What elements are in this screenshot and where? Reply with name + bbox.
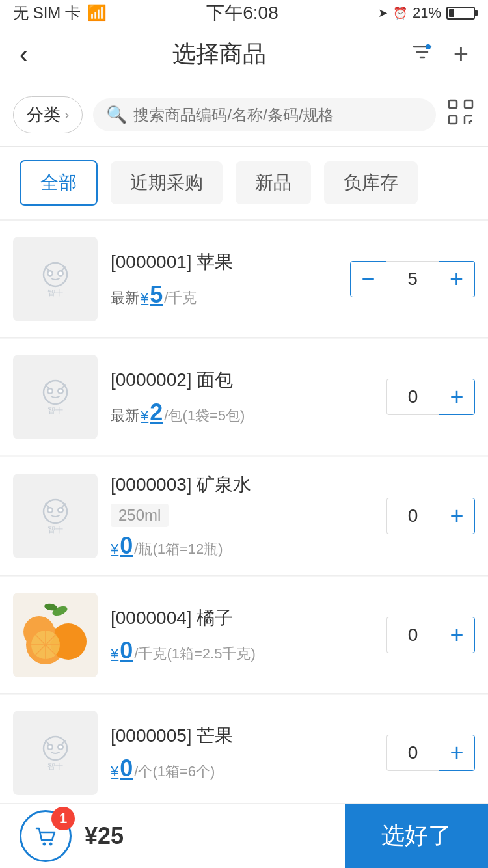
qty-input-0000003[interactable] [386,498,439,534]
back-button[interactable]: ‹ [20,40,28,69]
qty-control-0000004: + [386,617,475,653]
svg-point-21 [59,390,62,393]
svg-point-23 [44,500,67,523]
svg-point-15 [59,272,62,275]
svg-point-11 [44,263,67,286]
owl-placeholder-icon: 智十 [33,493,78,539]
cart-area: 1 ¥25 [0,810,345,862]
product-image-0000004 [13,593,98,677]
product-info-0000003: [0000003] 矿泉水 250ml ¥ 0 /瓶(1箱=12瓶) [111,472,373,560]
qty-control-0000002: + [386,379,475,415]
product-name-0000003: [0000003] 矿泉水 [111,472,373,497]
product-item-0000004: [0000004] 橘子 ¥ 0 /千克(1箱=2.5千克) + [0,577,488,694]
add-icon[interactable]: + [454,40,468,69]
qty-input-0000002[interactable] [386,379,439,415]
page-title: 选择商品 [172,38,266,70]
qty-control-0000005: + [386,735,475,771]
svg-point-20 [49,390,52,393]
product-item-0000005: 智十 [0000005] 芒果 ¥ 0 /个(1箱=6个) + [0,695,488,811]
category-arrow-icon: › [64,107,69,124]
search-box: 🔍 [93,98,436,131]
qty-minus-0000001[interactable]: − [350,261,386,297]
status-time: 下午6:08 [206,1,278,25]
search-input[interactable] [133,106,423,124]
qty-control-0000003: + [386,498,475,534]
svg-text:智十: 智十 [47,525,63,534]
product-spec-0000003: 250ml [111,504,169,527]
tab-new[interactable]: 新品 [236,161,311,204]
cart-total: ¥25 [85,822,124,850]
svg-point-27 [59,509,62,512]
product-item-0000001: 智十 [0000001] 苹果 最新 ¥ 5 /千克 − + [0,221,488,338]
wifi-icon: 📶 [87,4,107,22]
product-info-0000004: [0000004] 橘子 ¥ 0 /千克(1箱=2.5千克) [111,606,373,664]
confirm-button[interactable]: 选好了 [345,804,488,869]
battery-percent: 21% [413,5,441,21]
tab-bar: 全部 近期采购 新品 负库存 [0,147,488,221]
product-name-0000001: [0000001] 苹果 [111,250,337,275]
product-name-0000004: [0000004] 橘子 [111,606,373,631]
product-price-0000002: 最新 ¥ 2 /包(1袋=5包) [111,399,373,426]
product-info-0000001: [0000001] 苹果 最新 ¥ 5 /千克 [111,250,337,308]
product-name-0000005: [0000005] 芒果 [111,724,373,748]
product-info-0000005: [0000005] 芒果 ¥ 0 /个(1箱=6个) [111,724,373,782]
svg-point-26 [49,509,52,512]
location-icon: ➤ [378,6,388,20]
svg-point-44 [59,746,62,749]
product-item-0000002: 智十 [0000002] 面包 最新 ¥ 2 /包(1袋=5包) + [0,339,488,455]
qty-plus-0000002[interactable]: + [439,379,475,415]
owl-placeholder-icon: 智十 [33,730,78,776]
category-label: 分类 [27,103,61,126]
status-bar: 无 SIM 卡 📶 下午6:08 ➤ ⏰ 21% [0,0,488,26]
qty-plus-0000005[interactable]: + [439,735,475,771]
svg-rect-4 [449,100,457,108]
qty-plus-0000003[interactable]: + [439,498,475,534]
qty-input-0000001[interactable] [386,261,439,297]
battery-icon [446,7,475,20]
qty-input-0000004[interactable] [386,617,439,653]
tab-recent[interactable]: 近期采购 [111,161,223,204]
product-image-0000003: 智十 [13,474,98,558]
tab-negative[interactable]: 负库存 [324,161,418,204]
product-name-0000002: [0000002] 面包 [111,368,373,392]
product-price-0000003: ¥ 0 /瓶(1箱=12瓶) [111,532,373,560]
svg-point-3 [426,44,431,49]
qty-plus-0000004[interactable]: + [439,617,475,653]
cart-icon-button[interactable]: 1 [20,810,72,862]
filter-icon[interactable] [411,40,434,68]
qty-plus-0000001[interactable]: + [439,261,475,297]
carrier-label: 无 SIM 卡 [13,3,81,23]
svg-text:智十: 智十 [47,762,63,771]
svg-point-40 [44,737,67,760]
owl-placeholder-icon: 智十 [33,256,78,302]
product-price-0000001: 最新 ¥ 5 /千克 [111,281,337,308]
nav-bar: ‹ 选择商品 + [0,26,488,83]
owl-placeholder-icon: 智十 [33,374,78,420]
filter-search-bar: 分类 › 🔍 [0,83,488,147]
cart-badge: 1 [51,807,75,830]
qty-input-0000005[interactable] [386,735,439,771]
product-image-0000002: 智十 [13,355,98,439]
product-image-0000001: 智十 [13,237,98,321]
status-right: ➤ ⏰ 21% [378,5,475,21]
svg-point-53 [49,842,53,845]
scan-icon[interactable] [446,98,475,132]
svg-point-17 [44,381,67,404]
category-button[interactable]: 分类 › [13,96,83,133]
search-icon: 🔍 [106,105,127,125]
product-price-0000004: ¥ 0 /千克(1箱=2.5千克) [111,637,373,664]
status-left: 无 SIM 卡 📶 [13,3,107,23]
product-image-0000005: 智十 [13,711,98,795]
svg-rect-6 [449,116,457,124]
product-info-0000002: [0000002] 面包 最新 ¥ 2 /包(1袋=5包) [111,368,373,426]
svg-point-14 [49,272,52,275]
bottom-bar: 1 ¥25 选好了 [0,803,488,868]
qty-control-0000001: − + [350,261,475,297]
svg-point-52 [43,842,46,845]
product-list: 智十 [0000001] 苹果 最新 ¥ 5 /千克 − + [0,221,488,868]
svg-text:智十: 智十 [47,288,63,297]
svg-point-43 [49,746,52,749]
alarm-icon: ⏰ [393,6,407,20]
tab-all[interactable]: 全部 [20,160,98,206]
svg-rect-5 [465,100,472,108]
